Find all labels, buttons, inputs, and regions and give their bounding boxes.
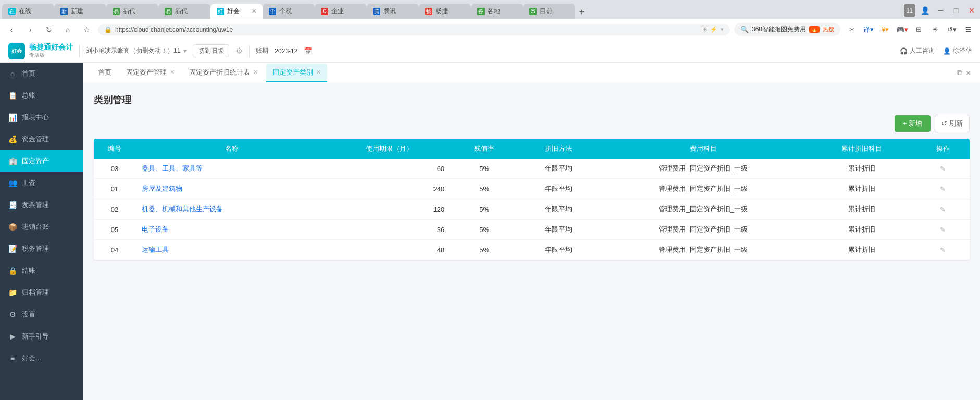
tab-close-depreciation[interactable]: ✕	[253, 69, 258, 76]
sidebar-item-tax[interactable]: 📝 税务管理	[0, 238, 83, 260]
sidebar-item-archive[interactable]: 📁 归档管理	[0, 282, 83, 304]
cell-name[interactable]: 器具、工具、家具等	[135, 159, 328, 179]
wallet-icon[interactable]: ¥▾	[878, 22, 892, 37]
maximize-button[interactable]: □	[950, 4, 962, 17]
refresh-button[interactable]: ↺ 刷新	[935, 115, 970, 132]
app-edition: 专版版	[29, 52, 73, 59]
window-restore-icon[interactable]: ⧉	[957, 68, 962, 77]
add-category-button[interactable]: + 新增	[895, 115, 931, 132]
sidebar-item-funds[interactable]: 💰 资金管理	[0, 128, 83, 150]
cell-action: ✎	[916, 179, 970, 199]
sidebar-item-guide[interactable]: ▶ 新手引导	[0, 325, 83, 347]
window-close-icon[interactable]: ✕	[965, 69, 972, 77]
sidebar-label-home: 首页	[22, 69, 35, 78]
header-right: 🎧 人工咨询 👤 徐泽华	[900, 46, 972, 55]
sidebar-item-fixed-assets[interactable]: 🏢 固定资产	[0, 150, 83, 172]
home-button[interactable]: ⌂	[60, 22, 75, 37]
more-icon: ≡	[8, 354, 17, 362]
menu-icon[interactable]: ☰	[961, 22, 976, 37]
edit-button[interactable]: ✎	[940, 226, 946, 234]
browser-tab-yida1[interactable]: 易 易代	[106, 4, 158, 19]
sidebar-item-closing[interactable]: 🔒 结账	[0, 260, 83, 282]
period-value: 2023-12	[275, 47, 297, 55]
tab-actions: 11 👤 ─ □ ✕	[904, 4, 978, 19]
edit-button[interactable]: ✎	[940, 246, 946, 254]
sidebar-item-reports[interactable]: 📊 报表中心	[0, 106, 83, 128]
tab-close-haohui[interactable]: ✕	[252, 8, 256, 15]
cell-name[interactable]: 电子设备	[135, 220, 328, 240]
history-icon[interactable]: ↺▾	[945, 22, 959, 37]
close-window-button[interactable]: ✕	[965, 4, 978, 17]
browser-tab-yida2[interactable]: 易 易代	[158, 4, 210, 19]
header-user-info[interactable]: 刘小艳演示账套（勿删勿动！）11 ▾	[86, 46, 187, 55]
switch-version-button[interactable]: 切到旧版	[193, 44, 229, 57]
brightness-icon[interactable]: ☀	[928, 22, 942, 37]
user-dropdown-icon: ▾	[183, 47, 187, 55]
new-tab-button[interactable]: +	[575, 5, 588, 19]
browser-tab-changjie[interactable]: 畅 畅捷	[419, 4, 471, 19]
tab-depreciation[interactable]: 固定资产折旧统计表 ✕	[183, 64, 264, 82]
tab-category[interactable]: 固定资产类别 ✕	[266, 64, 327, 82]
forward-button[interactable]: ›	[23, 22, 38, 37]
cell-name[interactable]: 机器、机械和其他生产设备	[135, 199, 328, 220]
col-header-residual: 残值率	[451, 139, 518, 159]
sidebar-item-more[interactable]: ≡ 好会...	[0, 347, 83, 369]
cell-accum: 累计折旧	[807, 179, 916, 199]
minimize-button[interactable]: ─	[934, 4, 947, 17]
home-icon: ⌂	[8, 69, 17, 78]
cell-action: ✎	[916, 199, 970, 220]
edit-button[interactable]: ✎	[940, 165, 946, 173]
bookmark-button[interactable]: ☆	[79, 22, 94, 37]
cell-code: 02	[94, 199, 135, 220]
browser-tab-gedi[interactable]: 各 各地	[471, 4, 523, 19]
sidebar-item-payroll[interactable]: 👥 工资	[0, 172, 83, 194]
browser-tab-online[interactable]: 在 在线	[2, 4, 54, 19]
calendar-icon[interactable]: 📅	[304, 47, 312, 55]
search-bar[interactable]: 🔍 360智能抠图免费用 🔥 热搜	[734, 23, 840, 36]
translate-icon[interactable]: 译▾	[861, 22, 876, 37]
settings-icon: ⚙	[8, 310, 17, 319]
grid-icon[interactable]: ⊞	[911, 22, 926, 37]
tab-count-badge[interactable]: 11	[904, 4, 915, 17]
tab-title-tencent: 腾讯	[383, 7, 413, 16]
browser-tab-tencent[interactable]: 腾 腾讯	[367, 4, 419, 19]
cell-name[interactable]: 房屋及建筑物	[135, 179, 328, 199]
edit-button[interactable]: ✎	[940, 185, 946, 193]
game-icon[interactable]: 🎮▾	[895, 22, 909, 37]
sidebar-item-settings[interactable]: ⚙ 设置	[0, 304, 83, 325]
browser-tab-tax[interactable]: 个 个税	[263, 4, 315, 19]
content-tabs: 首页 固定资产管理 ✕ 固定资产折旧统计表 ✕ 固定资产类别 ✕ ⧉ ✕	[83, 63, 980, 83]
cell-name[interactable]: 运输工具	[135, 240, 328, 260]
user-profile-button[interactable]: 👤 徐泽华	[943, 46, 972, 55]
tab-fixed-assets-manage[interactable]: 固定资产管理 ✕	[120, 64, 181, 82]
url-bar[interactable]: 🔒 https://cloud.chanjet.com/accounting/u…	[98, 24, 730, 35]
tab-label-fixed-assets-manage: 固定资产管理	[126, 68, 167, 77]
tab-close-category[interactable]: ✕	[316, 69, 321, 76]
back-button[interactable]: ‹	[4, 22, 19, 37]
browser-tab-mq[interactable]: S 目前	[523, 4, 575, 19]
browser-tab-enterprise[interactable]: C 企业	[315, 4, 367, 19]
tab-favicon-yida2: 易	[165, 8, 172, 15]
browser-tab-new[interactable]: 新 新建	[54, 4, 106, 19]
reload-button[interactable]: ↻	[42, 22, 56, 37]
security-lock-icon: 🔒	[104, 26, 112, 33]
sidebar-label-closing: 结账	[22, 266, 35, 275]
cell-expense: 管理费用_固定资产折旧_一级	[599, 199, 807, 220]
sidebar-item-home[interactable]: ⌂ 首页	[0, 63, 83, 84]
url-text: https://cloud.chanjet.com/accounting/uw1…	[115, 26, 699, 33]
customer-service-button[interactable]: 🎧 人工咨询	[900, 46, 935, 55]
sidebar-item-invoices[interactable]: 🧾 发票管理	[0, 194, 83, 216]
cell-method: 年限平均	[518, 179, 599, 199]
browser-tab-haohui[interactable]: 好 好会 ✕	[210, 4, 263, 19]
cell-period: 48	[328, 240, 451, 260]
cut-icon[interactable]: ✂	[845, 22, 859, 37]
sidebar-item-inventory[interactable]: 📦 进销台账	[0, 216, 83, 238]
settings-icon-header[interactable]: ⚙	[235, 46, 243, 56]
cell-code: 03	[94, 159, 135, 179]
sidebar-item-ledger[interactable]: 📋 总账	[0, 84, 83, 106]
tab-close-fixed-assets-manage[interactable]: ✕	[170, 69, 175, 76]
edit-button[interactable]: ✎	[940, 205, 946, 213]
tab-profile-icon[interactable]: 👤	[919, 4, 931, 17]
tab-home[interactable]: 首页	[92, 64, 118, 82]
hot-tag: 🔥	[809, 26, 820, 33]
